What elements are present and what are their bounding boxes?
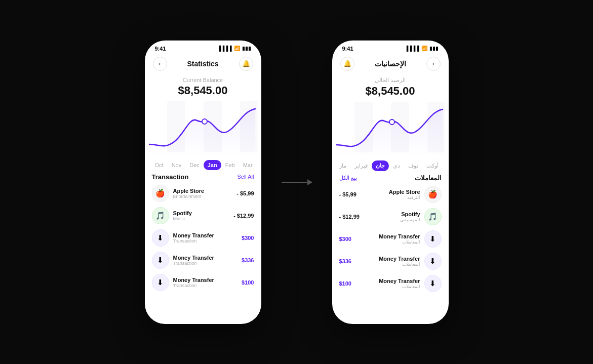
wifi-icon: 📶 — [234, 46, 240, 51]
tx-info-transfer2-rtl: Money Transfer المعاملات — [355, 256, 420, 267]
status-icons-ltr: ▐▐▐▐ 📶 ▮▮▮ — [217, 46, 251, 51]
tx-info-spotify-rtl: Spotify الموسيقى — [364, 211, 420, 222]
month-nov-rtl[interactable]: نوف — [404, 160, 422, 171]
tx-sub-transfer2-ltr: Transaction — [173, 261, 238, 266]
tx-name-transfer1-rtl: Money Transfer — [355, 233, 420, 239]
month-tabs-rtl: أوكت نوف دي جان فبراير مار — [332, 157, 449, 174]
tx-name-apple-ltr: Apple Store — [173, 188, 233, 194]
tx-sub-transfer3-ltr: Transaction — [173, 283, 238, 288]
tx-amount-apple-ltr: - $5,99 — [236, 190, 254, 196]
back-button-ltr[interactable]: ‹ — [153, 57, 167, 71]
balance-amount-ltr: $8,545.00 — [145, 84, 261, 97]
sell-all-ltr[interactable]: Sell All — [237, 174, 254, 180]
signal-icon: ▐▐▐▐ — [217, 46, 231, 51]
bell-button-rtl[interactable]: 🔔 — [340, 57, 354, 71]
month-jan-rtl[interactable]: جان — [372, 160, 389, 171]
wifi-icon-rtl: 📶 — [421, 46, 427, 51]
month-nov[interactable]: Nov — [168, 160, 186, 170]
tx-sub-spotify-rtl: الموسيقى — [364, 217, 420, 222]
tx-info-transfer3-rtl: Money Transfer المعاملات — [355, 278, 420, 289]
month-dec[interactable]: Dec — [185, 160, 204, 170]
tx-sub-transfer2-rtl: المعاملات — [355, 262, 420, 267]
month-feb[interactable]: Feb — [221, 160, 239, 170]
transaction-header-ltr: Transaction Sell All — [152, 173, 254, 181]
nav-bar-ltr: ‹ Statistics 🔔 — [145, 54, 261, 75]
month-okt-rtl[interactable]: أوكت — [422, 160, 443, 171]
tx-info-transfer1-rtl: Money Transfer المعاملات — [355, 233, 420, 245]
svg-point-7 — [389, 119, 394, 125]
chart-svg-rtl — [336, 102, 445, 157]
tx-transfer3-ltr: ⬇ Money Transfer Transaction $100 — [152, 274, 254, 291]
month-mar-rtl[interactable]: مار — [335, 160, 350, 171]
nav-title-rtl: الإحصانيات — [375, 60, 406, 68]
phone-rtl: 9:41 ▐▐▐▐ 📶 ▮▮▮ › الإحصانيات 🔔 الرصيد ال… — [332, 41, 449, 324]
bell-button-ltr[interactable]: 🔔 — [239, 57, 253, 71]
tx-amount-transfer3-ltr: $100 — [242, 279, 254, 286]
nav-title-ltr: Statistics — [187, 60, 218, 68]
tx-amount-transfer3-rtl: $100 — [339, 280, 351, 287]
transaction-title-rtl: المعاملات — [415, 174, 442, 182]
tx-transfer1-rtl: ⬇ Money Transfer المعاملات $300 — [339, 230, 442, 248]
tx-sub-transfer3-rtl: المعاملات — [355, 284, 420, 289]
tx-name-apple-rtl: Apple Store — [361, 189, 420, 195]
tx-sub-apple-rtl: الترفيه — [361, 195, 420, 200]
signal-icon-rtl: ▐▐▐▐ — [405, 46, 419, 51]
back-button-rtl[interactable]: › — [426, 57, 441, 71]
tx-name-transfer2-rtl: Money Transfer — [355, 256, 420, 262]
sell-all-rtl[interactable]: بيع الكل — [339, 175, 357, 181]
tx-transfer2-ltr: ⬇ Money Transfer Transaction $336 — [152, 252, 254, 269]
tx-amount-spotify-rtl: - $12,99 — [339, 214, 360, 220]
tx-transfer2-rtl: ⬇ Money Transfer المعاملات $336 — [339, 253, 442, 270]
status-icons-rtl: ▐▐▐▐ 📶 ▮▮▮ — [405, 46, 438, 51]
tx-name-transfer3-ltr: Money Transfer — [173, 277, 238, 283]
balance-amount-rtl: $8,545.00 — [332, 85, 449, 98]
month-mar[interactable]: Mar — [239, 160, 257, 170]
tx-icon-transfer2-ltr: ⬇ — [152, 252, 169, 269]
tx-name-spotify-rtl: Spotify — [364, 211, 420, 217]
status-bar-rtl: 9:41 ▐▐▐▐ 📶 ▮▮▮ — [332, 41, 449, 54]
battery-icon-rtl: ▮▮▮ — [429, 46, 439, 51]
month-jan[interactable]: Jan — [204, 160, 221, 170]
phone-ltr: 9:41 ▐▐▐▐ 📶 ▮▮▮ ‹ Statistics 🔔 Current B… — [145, 41, 261, 324]
tx-sub-transfer1-rtl: المعاملات — [355, 239, 420, 245]
tx-sub-transfer1-ltr: Transaction — [173, 238, 238, 244]
month-dec-rtl[interactable]: دي — [389, 160, 404, 171]
balance-label-rtl: الرصيد الحالي — [332, 77, 449, 84]
nav-bar-rtl: › الإحصانيات 🔔 — [332, 54, 449, 75]
tx-apple-rtl: 🍎 Apple Store الترفيه - $5,99 — [339, 186, 442, 203]
tx-icon-transfer3-rtl: ⬇ — [424, 275, 442, 292]
month-oct[interactable]: Oct — [151, 160, 168, 170]
month-tabs-ltr: Oct Nov Dec Jan Feb Mar — [145, 157, 261, 173]
tx-name-transfer2-ltr: Money Transfer — [173, 255, 238, 261]
battery-icon: ▮▮▮ — [242, 46, 251, 51]
tx-info-transfer3-ltr: Money Transfer Transaction — [173, 277, 238, 288]
tx-icon-apple-rtl: 🍎 — [424, 186, 442, 203]
transaction-title-ltr: Transaction — [152, 173, 189, 181]
status-time-rtl: 9:41 — [342, 46, 353, 52]
tx-amount-apple-rtl: - $5,99 — [339, 191, 357, 197]
transaction-header-rtl: المعاملات بيع الكل — [339, 174, 442, 182]
tx-info-transfer2-ltr: Money Transfer Transaction — [173, 255, 238, 266]
tx-info-apple-rtl: Apple Store الترفيه — [361, 189, 420, 200]
tx-info-transfer1-ltr: Money Transfer Transaction — [173, 232, 238, 244]
tx-icon-transfer1-rtl: ⬇ — [424, 230, 442, 248]
transaction-section-ltr: Transaction Sell All 🍎 Apple Store Enter… — [145, 173, 261, 324]
tx-amount-transfer1-ltr: $300 — [242, 235, 254, 241]
status-bar-ltr: 9:41 ▐▐▐▐ 📶 ▮▮▮ — [145, 41, 261, 54]
month-feb-rtl[interactable]: فبراير — [350, 160, 372, 171]
direction-arrow — [282, 182, 312, 183]
balance-section-rtl: الرصيد الحالي $8,545.00 — [332, 75, 449, 102]
tx-amount-spotify-ltr: - $12,99 — [233, 213, 254, 219]
arrow-line — [282, 182, 312, 183]
svg-point-3 — [202, 119, 207, 124]
tx-name-transfer1-ltr: Money Transfer — [173, 232, 238, 238]
tx-name-transfer3-rtl: Money Transfer — [355, 278, 420, 284]
chart-area-ltr — [149, 101, 257, 157]
tx-icon-transfer2-rtl: ⬇ — [424, 253, 442, 270]
tx-sub-apple-ltr: Entertainment — [173, 194, 233, 199]
tx-icon-transfer3-ltr: ⬇ — [152, 274, 169, 291]
scene: 9:41 ▐▐▐▐ 📶 ▮▮▮ ‹ Statistics 🔔 Current B… — [145, 41, 449, 324]
tx-info-spotify-ltr: Spotify Music — [173, 210, 230, 221]
tx-name-spotify-ltr: Spotify — [173, 210, 230, 216]
balance-section-ltr: Current Balance $8,545.00 — [145, 75, 261, 101]
